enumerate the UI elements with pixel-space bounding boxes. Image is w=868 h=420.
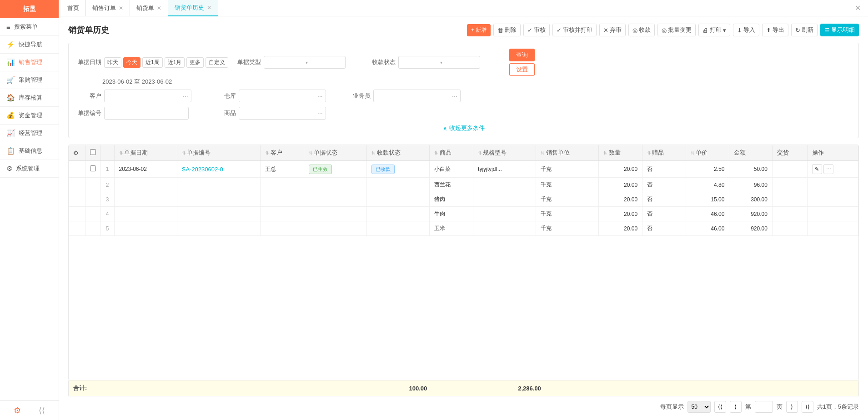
sidebar-collapse-icon[interactable]: ⟨⟨	[39, 405, 45, 415]
row-date	[114, 178, 177, 192]
col-date[interactable]: ⇅ 单据日期	[114, 145, 177, 161]
customer-input[interactable]: ···	[104, 90, 191, 102]
row-settings-cell	[69, 221, 85, 236]
show-detail-button[interactable]: ☰ 显示明细	[820, 24, 859, 36]
query-button[interactable]: 查询	[509, 49, 535, 61]
collapse-button[interactable]: ∧ 收起更多条件	[76, 124, 851, 132]
audit-button[interactable]: ✓ 审核	[523, 24, 550, 36]
date-btn-yesterday[interactable]: 昨天	[104, 57, 121, 68]
col-settings[interactable]: ⚙	[69, 145, 85, 161]
row-checkbox-cell[interactable]	[85, 178, 100, 192]
date-btn-today[interactable]: 今天	[123, 57, 140, 68]
row-checkbox[interactable]	[90, 165, 96, 171]
tab-sales-order-close[interactable]: ✕	[119, 5, 123, 11]
tab-sales-delivery-close[interactable]: ✕	[157, 5, 161, 11]
per-page-select[interactable]: 50 100 200	[687, 401, 711, 413]
row-customer	[261, 192, 304, 207]
row-checkbox-cell[interactable]	[85, 221, 100, 236]
col-customer[interactable]: ⇅ 客户	[261, 145, 304, 161]
doc-type-select[interactable]: ▾	[264, 56, 346, 69]
next-page-button[interactable]: ⟩	[786, 401, 798, 413]
export-button[interactable]: ⬆ 导出	[762, 24, 788, 36]
sidebar-item-purchase-mgmt[interactable]: 🛒 采购管理	[0, 71, 59, 89]
quick-nav-icon: ⚡	[6, 40, 15, 49]
first-page-button[interactable]: ⟨⟨	[714, 401, 726, 413]
col-spec[interactable]: ⇅ 规格型号	[473, 145, 536, 161]
salesperson-dots-icon[interactable]: ···	[449, 92, 460, 100]
row-customer: 王总	[261, 161, 304, 178]
receipt-button[interactable]: ◎ 收款	[628, 24, 655, 36]
col-goods[interactable]: ⇅ 商品	[430, 145, 473, 161]
warehouse-input[interactable]: ···	[239, 90, 326, 102]
col-doc-status[interactable]: ⇅ 单据状态	[304, 145, 367, 161]
tab-sales-delivery[interactable]: 销货单 ✕	[130, 0, 168, 16]
sort-icon: ⇅	[541, 150, 544, 155]
doc-no-link[interactable]: SA-20230602-0	[182, 166, 223, 173]
batch-change-button[interactable]: ◎ 批量变更	[657, 24, 696, 36]
delete-button[interactable]: 🗑 删除	[493, 24, 521, 36]
col-receipt-status[interactable]: ⇅ 收款状态	[367, 145, 430, 161]
row-doc-no[interactable]: SA-20230602-0	[177, 161, 261, 178]
setting-button[interactable]: 设置	[509, 63, 535, 76]
row-checkbox-cell[interactable]	[85, 207, 100, 221]
col-price[interactable]: ⇅ 单价	[686, 145, 729, 161]
last-page-button[interactable]: ⟩⟩	[802, 401, 813, 413]
tab-sales-history[interactable]: 销货单历史 ✕	[168, 0, 218, 16]
prev-page-button[interactable]: ⟨	[730, 401, 742, 413]
date-btn-last1m[interactable]: 近1月	[165, 57, 185, 68]
date-btn-more[interactable]: 更多	[186, 57, 204, 68]
print-button[interactable]: 🖨 打印 ▾	[698, 24, 730, 36]
sidebar-item-search-menu[interactable]: ≡ 搜索菜单	[0, 18, 59, 36]
sales-mgmt-icon: 📊	[6, 58, 15, 66]
tab-sales-history-close[interactable]: ✕	[207, 5, 211, 11]
date-btn-custom[interactable]: 自定义	[206, 57, 228, 68]
col-unit[interactable]: ⇅ 销售单位	[536, 145, 599, 161]
edit-op-button[interactable]: ✎	[812, 164, 822, 174]
more-op-button[interactable]: ⋯	[823, 164, 833, 174]
warehouse-text-input[interactable]	[239, 91, 315, 101]
tab-sales-order[interactable]: 销售订单 ✕	[86, 0, 130, 16]
row-checkbox-cell[interactable]	[85, 192, 100, 207]
select-all-checkbox[interactable]	[90, 149, 96, 155]
sidebar-item-inventory[interactable]: 🏠 库存核算	[0, 89, 59, 107]
abandon-button[interactable]: ✕ 弃审	[599, 24, 626, 36]
salesperson-input[interactable]: ···	[373, 90, 461, 102]
table-row: 1 2023-06-02 SA-20230602-0 王总 已生效 已收款 小白…	[69, 161, 858, 178]
row-unit: 千克	[536, 161, 599, 178]
total-info: 共1页，5条记录	[817, 403, 859, 411]
sidebar-item-basic-info[interactable]: 📋 基础信息	[0, 142, 59, 160]
refresh-button[interactable]: ↻ 刷新	[791, 24, 818, 36]
sidebar-bottom-icon1[interactable]: ⚙	[14, 405, 21, 415]
doc-number-label: 单据编号	[76, 109, 101, 117]
goods-input[interactable]: ···	[239, 107, 326, 120]
table-settings-icon[interactable]: ⚙	[73, 150, 79, 156]
sidebar-item-finance[interactable]: 💰 资金管理	[0, 107, 59, 125]
new-button[interactable]: + 新增	[467, 24, 491, 36]
warehouse-dots-icon[interactable]: ···	[315, 92, 326, 100]
row-price: 4.80	[686, 178, 729, 192]
col-doc-no[interactable]: ⇅ 单据编号	[177, 145, 261, 161]
goods-text-input[interactable]	[239, 108, 315, 118]
customer-dots-icon[interactable]: ···	[180, 92, 191, 100]
date-btn-last7[interactable]: 近1周	[142, 57, 163, 68]
doc-number-input[interactable]	[104, 107, 189, 120]
page-input[interactable]: 1	[755, 401, 773, 413]
sidebar-item-sales-mgmt[interactable]: 📊 销售管理	[0, 54, 59, 71]
customer-text-input[interactable]	[105, 91, 180, 101]
row-receipt-status	[367, 207, 430, 221]
col-gift[interactable]: ⇅ 赠品	[642, 145, 686, 161]
tab-close-all[interactable]: ✕	[849, 4, 866, 12]
audit-print-button[interactable]: ✓ 审核并打印	[552, 24, 597, 36]
salesperson-text-input[interactable]	[374, 91, 449, 101]
sidebar-item-system-mgmt[interactable]: ⚙ 系统管理	[0, 160, 59, 178]
receipt-status-select[interactable]: ▾	[398, 56, 480, 69]
sidebar-item-operation[interactable]: 📈 经营管理	[0, 125, 59, 142]
row-checkbox-cell[interactable]	[85, 161, 100, 178]
goods-dots-icon[interactable]: ···	[315, 110, 326, 117]
col-checkbox[interactable]	[85, 145, 100, 161]
import-button[interactable]: ⬇ 导入	[733, 24, 759, 36]
row-settings-cell	[69, 192, 85, 207]
sidebar-item-quick-nav[interactable]: ⚡ 快捷导航	[0, 36, 59, 54]
tab-home[interactable]: 首页	[61, 0, 86, 16]
col-qty[interactable]: ⇅ 数量	[599, 145, 642, 161]
